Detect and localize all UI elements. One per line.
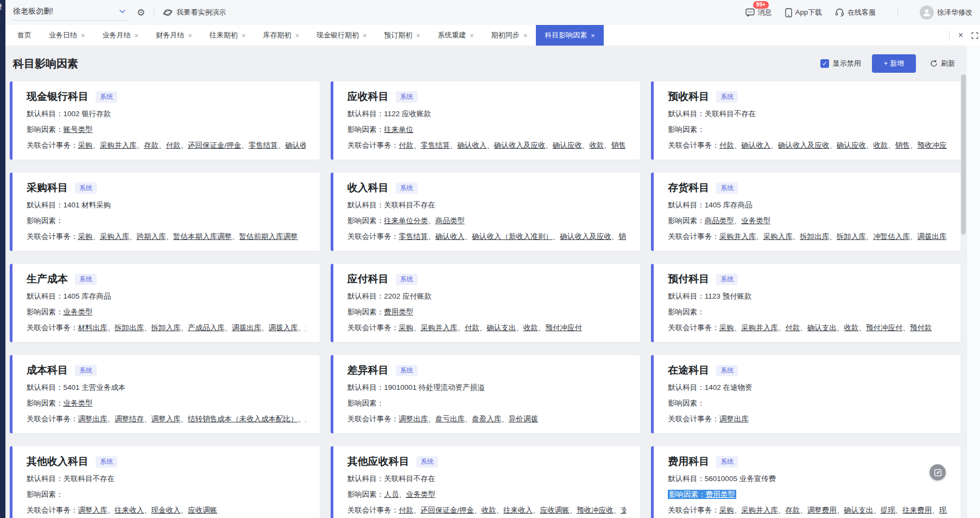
link[interactable]: 采购 (719, 506, 734, 514)
link[interactable]: 预付冲应付 (866, 324, 903, 332)
link[interactable]: 确认应收 (837, 141, 866, 149)
tab-item[interactable]: 往来期初 × (201, 25, 255, 46)
link[interactable]: 调整出库 (78, 415, 108, 423)
link[interactable]: 付款 (465, 324, 479, 332)
link[interactable]: 还回保证金/押金 (421, 506, 474, 514)
fullscreen-icon[interactable] (971, 31, 979, 40)
link[interactable]: 零售出库... (305, 415, 306, 423)
link[interactable]: 商品类型 (705, 217, 734, 225)
link[interactable]: 账号类型 (64, 125, 93, 134)
link[interactable]: 调整出库 (399, 415, 428, 423)
link[interactable]: 确认支出 (807, 324, 837, 332)
link[interactable]: 预收冲应收 (577, 506, 614, 514)
link[interactable]: 往来收入 (503, 506, 533, 514)
link[interactable]: 销售 (895, 141, 910, 149)
link[interactable]: 往来单位 (384, 125, 413, 134)
link[interactable]: 业务类型 (741, 217, 770, 225)
link[interactable]: 采购并入库 (741, 506, 778, 514)
link[interactable]: 应收调账 (188, 506, 217, 514)
link[interactable]: 业务类型 (406, 490, 435, 498)
link[interactable]: 调拨入库 (269, 324, 298, 332)
link[interactable]: 收款 (844, 324, 858, 332)
link[interactable]: 拆卸入库 (151, 324, 181, 332)
link[interactable]: 采购并入库 (719, 232, 756, 241)
link[interactable]: 拆卸出库 (800, 232, 829, 241)
link[interactable]: 确认应收 (553, 141, 582, 149)
link[interactable]: 确认收入 (285, 141, 305, 149)
link[interactable]: 零售结算 (421, 141, 450, 149)
link[interactable]: 拆卸出库 (115, 324, 144, 332)
link[interactable]: 确认收入 (435, 232, 465, 241)
link[interactable]: 异价调拨 (509, 415, 538, 423)
link[interactable]: 确认支出 (486, 324, 516, 332)
add-button[interactable]: + 新增 (872, 54, 916, 73)
link[interactable]: 预收冲应收 (917, 141, 947, 149)
tab-item[interactable]: 财务月结 × (147, 25, 201, 46)
link[interactable]: 调拨出库 (232, 324, 261, 332)
link[interactable]: 确认收入及应收 (560, 232, 611, 241)
link[interactable]: 付款 (399, 506, 413, 514)
link[interactable]: 确认收入及应收 (494, 141, 546, 149)
tab-close-icon[interactable]: × (416, 31, 421, 40)
link[interactable]: 业务类型 (64, 399, 93, 407)
link[interactable]: 确认收入（新收入准则） (472, 232, 553, 241)
link[interactable]: 确认收入 (457, 141, 486, 149)
link[interactable]: 盘盈入库 (472, 415, 501, 423)
link[interactable]: 费用类型 (706, 490, 735, 498)
tab-item[interactable]: 预订期初 × (376, 25, 429, 46)
link[interactable]: 人员 (384, 490, 399, 498)
link[interactable]: 销售 (611, 141, 626, 149)
tab-close-icon[interactable]: × (135, 31, 139, 40)
messages-button[interactable]: 99+ 消息 (745, 8, 772, 17)
link[interactable]: 采购 (399, 324, 413, 332)
link[interactable]: 暂估本期入库调整 (173, 232, 232, 241)
link[interactable]: 业务类型 (64, 308, 93, 316)
tab-item[interactable]: 期初同步 × (483, 25, 536, 46)
link[interactable]: 跨期入库 (137, 232, 166, 241)
link[interactable]: 零售结算 (249, 141, 278, 149)
link[interactable]: 产成品入库 (188, 324, 225, 332)
link[interactable]: 销售 (618, 232, 626, 241)
link[interactable]: 拆卸入库 (837, 232, 866, 241)
link[interactable]: 采购 (78, 232, 93, 241)
tab-close-icon[interactable]: × (242, 31, 246, 40)
link[interactable]: 提现 (881, 506, 895, 514)
tab-close-icon[interactable]: × (363, 31, 367, 40)
tab-item[interactable]: 系统重建 × (429, 25, 483, 46)
link[interactable]: 收款 (523, 324, 538, 332)
link[interactable]: 还回保证金/押金 (188, 141, 241, 149)
link[interactable]: 存款 (785, 506, 800, 514)
tab-item[interactable]: 库存期初 × (254, 25, 308, 46)
scrollbar-track[interactable] (960, 72, 966, 518)
link[interactable]: 调整结存 (115, 415, 144, 423)
user-menu[interactable]: 徐泽华修改 (920, 5, 972, 20)
link[interactable]: 往来费用 (902, 506, 932, 514)
link[interactable]: 现金收入 (151, 506, 181, 514)
link[interactable]: 往来收入 (115, 506, 144, 514)
link[interactable]: 采购 (78, 141, 93, 149)
tab-close-icon[interactable]: × (470, 31, 474, 40)
gear-icon[interactable]: ⚙ (137, 7, 145, 18)
close-all-tabs-icon[interactable]: × (958, 30, 963, 40)
company-selector[interactable]: 徐老板勿删! (12, 4, 127, 21)
link[interactable]: 付款 (399, 141, 413, 149)
link[interactable]: 预付款 (910, 324, 932, 332)
link[interactable]: 确认支出 (844, 506, 873, 514)
link[interactable]: 存款 (144, 141, 159, 149)
link[interactable]: 付款 (785, 324, 800, 332)
tab-close-icon[interactable]: × (81, 31, 85, 40)
show-disabled-checkbox[interactable]: ✓ 显示禁用 (820, 59, 861, 68)
link[interactable]: 调整入库 (78, 506, 108, 514)
feedback-floating-button[interactable] (930, 464, 946, 481)
link[interactable]: 付款 (719, 141, 734, 149)
link[interactable]: 确认收入及应收 (778, 141, 830, 149)
link[interactable]: 往来单位分类 (384, 217, 428, 225)
link[interactable]: 冲暂估入库 (873, 232, 910, 241)
link[interactable]: 采购入库 (100, 232, 129, 241)
scrollbar-thumb[interactable] (961, 74, 966, 235)
link[interactable]: 收款 (481, 506, 496, 514)
demo-link[interactable]: 我要看实例演示 (163, 8, 226, 17)
link[interactable]: 现金费用 (939, 506, 947, 514)
link[interactable]: 盘亏出库 (435, 415, 465, 423)
link[interactable]: 采购入库 (763, 232, 793, 241)
